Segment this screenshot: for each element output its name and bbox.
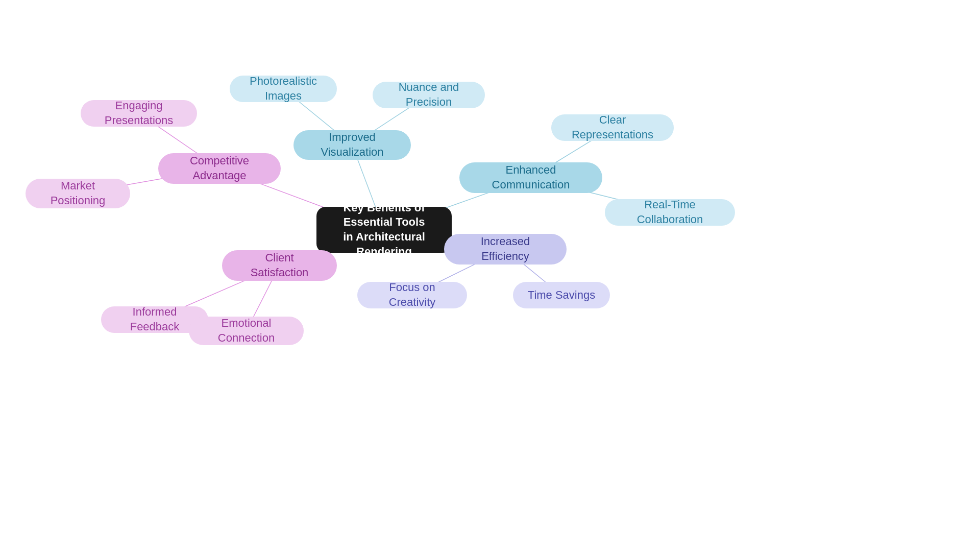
node-nuance-precision: Nuance and Precision	[373, 82, 485, 108]
label-focus-creativity: Focus on Creativity	[372, 280, 453, 309]
node-photorealistic-images: Photorealistic Images	[230, 76, 337, 102]
label-informed-feedback: Informed Feedback	[115, 305, 194, 334]
label-nuance-precision: Nuance and Precision	[387, 80, 471, 109]
label-photorealistic-images: Photorealistic Images	[244, 74, 323, 103]
label-time-savings: Time Savings	[528, 288, 595, 303]
label-market-positioning: Market Positioning	[40, 179, 116, 208]
node-focus-creativity: Focus on Creativity	[357, 282, 467, 308]
label-realtime-collaboration: Real-Time Collaboration	[619, 198, 721, 227]
label-emotional-connection: Emotional Connection	[203, 316, 289, 345]
node-clear-representations: Clear Representations	[551, 114, 674, 141]
node-emotional-connection: Emotional Connection	[189, 317, 304, 345]
label-improved-visualization: Improved Visualization	[308, 130, 397, 159]
label-engaging-presentations: Engaging Presentations	[95, 99, 183, 128]
node-competitive-advantage: Competitive Advantage	[158, 153, 281, 184]
node-improved-visualization: Improved Visualization	[293, 130, 411, 160]
label-competitive-advantage: Competitive Advantage	[173, 154, 266, 183]
label-client-satisfaction: Client Satisfaction	[236, 251, 323, 280]
node-engaging-presentations: Engaging Presentations	[81, 100, 197, 127]
center-node: Key Benefits of Essential Toolsin Archit…	[316, 207, 452, 253]
node-realtime-collaboration: Real-Time Collaboration	[605, 199, 735, 226]
center-label: Key Benefits of Essential Toolsin Archit…	[327, 201, 442, 259]
label-clear-representations: Clear Representations	[566, 113, 659, 142]
label-increased-efficiency: Increased Efficiency	[458, 234, 552, 263]
node-client-satisfaction: Client Satisfaction	[222, 250, 337, 281]
node-time-savings: Time Savings	[513, 282, 610, 308]
node-market-positioning: Market Positioning	[26, 179, 130, 208]
label-enhanced-communication: Enhanced Communication	[474, 163, 588, 192]
node-enhanced-communication: Enhanced Communication	[459, 162, 602, 193]
node-increased-efficiency: Increased Efficiency	[444, 234, 567, 265]
